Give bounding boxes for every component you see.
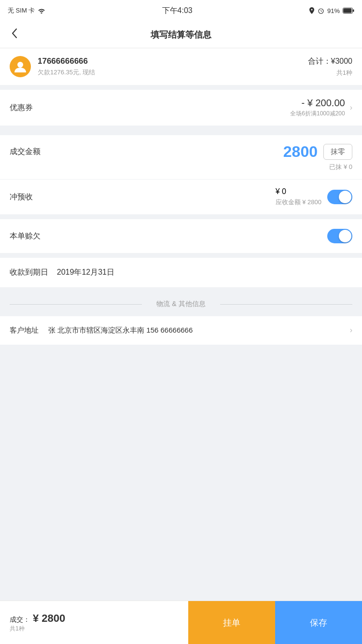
- footer-deal-row: 成交： ¥ 2800: [10, 612, 179, 625]
- chong-label: 冲预收: [10, 192, 33, 202]
- benshen-toggle-thumb: [339, 230, 351, 242]
- coupon-section[interactable]: 优惠券 - ¥ 200.00 全场6折满1000减200 ›: [0, 90, 362, 126]
- content: 17666666666 欠款1276.35元, 现结 合计：¥3000 共1种 …: [0, 48, 362, 490]
- status-time: 下午4:03: [162, 6, 193, 16]
- coupon-value: - ¥ 200.00: [290, 98, 345, 109]
- footer-amount: ¥ 2800: [33, 612, 65, 625]
- logistics-divider: 物流 & 其他信息: [0, 292, 362, 316]
- back-button[interactable]: [8, 24, 21, 45]
- pending-button[interactable]: 挂单: [188, 601, 275, 644]
- address-section[interactable]: 客户地址 张 北京市市辖区海淀区永丰南 156 66666666 ›: [0, 316, 362, 345]
- coupon-right: - ¥ 200.00 全场6折满1000减200 ›: [290, 98, 352, 118]
- benshen-section: 本单赊欠: [0, 219, 362, 253]
- chong-toggle[interactable]: [327, 190, 352, 204]
- coupon-chevron-icon: ›: [350, 103, 352, 112]
- amount-label: 成交金额: [10, 147, 41, 157]
- divider-line-left: [10, 304, 142, 305]
- status-bar: 无 SIM 卡 下午4:03 91%: [0, 0, 362, 21]
- chong-section: 冲预收 ¥ 0 应收金额 ¥ 2800: [0, 179, 362, 214]
- empty-area: [0, 345, 362, 441]
- battery-icon: [343, 8, 354, 14]
- battery-label: 91%: [327, 7, 340, 14]
- amount-sub: 已抹 ¥ 0: [10, 163, 352, 171]
- footer-info: 成交： ¥ 2800 共1种: [0, 612, 188, 633]
- total-amount: 合计：¥3000: [308, 56, 353, 67]
- address-chevron-icon: ›: [350, 326, 352, 335]
- svg-rect-3: [353, 10, 354, 12]
- toggle-thumb: [339, 191, 351, 203]
- customer-note: 欠款1276.35元, 现结: [38, 68, 95, 77]
- footer-actions: 挂单 保存: [188, 601, 362, 644]
- amount-right: 2800 抹零: [283, 143, 352, 161]
- nav-bar: 填写结算等信息: [0, 21, 362, 48]
- address-value: 张 北京市市辖区海淀区永丰南 156 66666666: [48, 325, 345, 336]
- round-button[interactable]: 抹零: [323, 144, 352, 160]
- chong-sub: 应收金额 ¥ 2800: [276, 198, 321, 207]
- chong-amount: ¥ 0: [276, 187, 321, 196]
- duedate-value: 2019年12月31日: [57, 268, 114, 276]
- total-count: 共1种: [308, 69, 353, 77]
- avatar: [10, 56, 31, 77]
- wifi-icon: [38, 8, 45, 14]
- status-right: 91%: [309, 7, 354, 14]
- chong-right: ¥ 0 应收金额 ¥ 2800: [276, 187, 352, 207]
- amount-section: 成交金额 2800 抹零 已抹 ¥ 0: [0, 135, 362, 179]
- address-label: 客户地址: [10, 326, 43, 335]
- coupon-label: 优惠券: [10, 103, 33, 113]
- no-sim-label: 无 SIM 卡: [8, 6, 35, 15]
- customer-left: 17666666666 欠款1276.35元, 现结: [10, 56, 95, 77]
- amount-value: 2800: [283, 143, 318, 161]
- alarm-icon: [318, 7, 324, 14]
- customer-phone: 17666666666: [38, 56, 95, 66]
- customer-right: 合计：¥3000 共1种: [308, 56, 353, 77]
- customer-detail: 17666666666 欠款1276.35元, 现结: [38, 56, 95, 77]
- svg-rect-2: [343, 9, 351, 13]
- footer-count: 共1种: [10, 625, 179, 633]
- status-left: 无 SIM 卡: [8, 6, 45, 15]
- benshen-label: 本单赊欠: [10, 231, 41, 241]
- logistics-label: 物流 & 其他信息: [156, 300, 205, 308]
- page-title: 填写结算等信息: [151, 29, 211, 41]
- svg-point-4: [17, 62, 23, 68]
- benshen-toggle[interactable]: [327, 229, 352, 243]
- divider-1: [0, 130, 362, 135]
- save-button[interactable]: 保存: [275, 601, 362, 644]
- coupon-text-wrap: - ¥ 200.00 全场6折满1000减200: [290, 98, 345, 118]
- footer: 成交： ¥ 2800 共1种 挂单 保存: [0, 601, 362, 644]
- footer-deal-label: 成交：: [10, 616, 30, 624]
- customer-info-section: 17666666666 欠款1276.35元, 现结 合计：¥3000 共1种: [0, 48, 362, 85]
- divider-2: [0, 214, 362, 219]
- amount-row: 成交金额 2800 抹零: [10, 143, 352, 161]
- duedate-section: 收款到期日 2019年12月31日: [0, 258, 362, 287]
- location-icon: [309, 7, 315, 14]
- chong-value-wrap: ¥ 0 应收金额 ¥ 2800: [276, 187, 321, 207]
- divider-line-right: [220, 304, 352, 305]
- coupon-detail: 全场6折满1000减200: [290, 110, 345, 118]
- duedate-label: 收款到期日: [10, 268, 48, 276]
- chong-row: 冲预收 ¥ 0 应收金额 ¥ 2800: [10, 187, 352, 207]
